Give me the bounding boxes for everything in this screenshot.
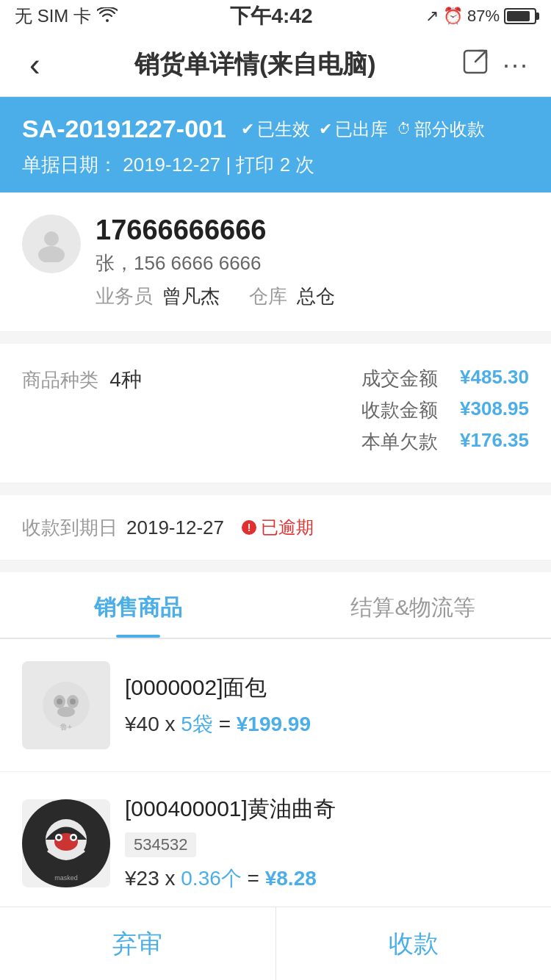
- status-time: 下午4:42: [230, 2, 312, 30]
- list-item: 鲁+ [0000002]面包 ¥40 x 5袋 = ¥199.99: [0, 639, 551, 772]
- customer-meta: 业务员 曾凡杰 仓库 总仓: [96, 284, 335, 309]
- owed-amount-row: 本单欠款 ¥176.35: [361, 429, 529, 455]
- avatar: [22, 215, 81, 273]
- tab-products[interactable]: 销售商品: [0, 572, 276, 638]
- status-right: ↗ ⏰ 87%: [425, 7, 536, 26]
- order-id: SA-20191227-001: [22, 115, 226, 143]
- badge-partial: ⏱ 部分收款: [397, 118, 485, 141]
- order-date-line: 单据日期： 2019-12-27 | 打印 2 次: [22, 152, 529, 178]
- svg-point-16: [72, 836, 76, 840]
- customer-name: 张，156 6666 6666: [96, 251, 335, 276]
- location-icon: ↗: [425, 7, 439, 26]
- abandon-review-button[interactable]: 弃审: [0, 907, 276, 980]
- product-price-1: ¥40 x 5袋 = ¥199.99: [125, 710, 529, 738]
- product-sku-badge: 534532: [125, 832, 529, 865]
- svg-text:masked: masked: [54, 874, 78, 882]
- svg-point-7: [70, 699, 76, 705]
- order-header: SA-20191227-001 ✔ 已生效 ✔ 已出库 ⏱ 部分收款 单据日期：…: [0, 97, 551, 192]
- collect-payment-button[interactable]: 收款: [276, 907, 552, 980]
- page-title: 销货单详情(来自电脑): [134, 48, 376, 82]
- summary-left: 商品种类 4种: [22, 366, 142, 394]
- order-badges: ✔ 已生效 ✔ 已出库 ⏱ 部分收款: [241, 118, 485, 141]
- svg-point-15: [57, 836, 61, 840]
- alarm-icon: ⏰: [443, 7, 463, 26]
- more-icon[interactable]: ···: [503, 49, 529, 80]
- summary-right: 成交金额 ¥485.30 收款金额 ¥308.95 本单欠款 ¥176.35: [361, 366, 529, 461]
- overdue-label: 已逾期: [261, 516, 314, 539]
- sales-person-value: 曾凡杰: [162, 285, 220, 307]
- badge-partial-label: 部分收款: [414, 118, 485, 141]
- received-amount-label: 收款金额: [361, 397, 438, 423]
- customer-section: 17666666666 张，156 6666 6666 业务员 曾凡杰 仓库 总…: [0, 192, 551, 332]
- summary-section: 商品种类 4种 成交金额 ¥485.30 收款金额 ¥308.95 本单欠款 ¥…: [0, 344, 551, 483]
- overdue-dot-icon: !: [242, 520, 256, 535]
- due-section: 收款到期日 2019-12-27 ! 已逾期: [0, 495, 551, 561]
- due-date: 2019-12-27: [126, 516, 224, 539]
- tabs-section: 销售商品 结算&物流等: [0, 572, 551, 639]
- due-label: 收款到期日: [22, 515, 118, 541]
- warehouse-value: 总仓: [297, 285, 335, 307]
- badge-activated-label: 已生效: [257, 118, 310, 141]
- battery-percent: 87%: [467, 7, 500, 26]
- order-print-count: 2: [280, 154, 290, 176]
- customer-phone: 17666666666: [96, 215, 335, 246]
- status-left: 无 SIM 卡: [15, 4, 118, 28]
- overdue-badge: ! 已逾期: [233, 513, 323, 542]
- tab-settlement[interactable]: 结算&物流等: [276, 572, 551, 638]
- owed-amount-value: ¥176.35: [460, 429, 529, 455]
- deal-amount-value: ¥485.30: [460, 366, 529, 392]
- product-types-label: 商品种类: [22, 369, 98, 391]
- badge-shipped-label: 已出库: [335, 118, 388, 141]
- svg-point-2: [38, 246, 65, 262]
- product-thumb-1: 鲁+: [22, 661, 110, 749]
- received-amount-row: 收款金额 ¥308.95: [361, 397, 529, 423]
- deal-amount-label: 成交金额: [361, 366, 438, 392]
- bottom-bar: 弃审 收款: [0, 907, 551, 980]
- order-print-suffix: 次: [295, 154, 314, 176]
- sales-person-meta: 业务员 曾凡杰: [96, 284, 220, 309]
- order-date-value: 2019-12-27: [123, 154, 220, 176]
- product-info-2: [000400001]黄油曲奇 534532 ¥23 x 0.36个 = ¥8.…: [125, 794, 529, 893]
- product-name-2: [000400001]黄油曲奇: [125, 794, 529, 824]
- badge-shipped: ✔ 已出库: [319, 118, 388, 141]
- order-print-label: | 打印: [226, 154, 274, 176]
- carrier-text: 无 SIM 卡: [15, 4, 91, 28]
- order-date-label: 单据日期：: [22, 154, 118, 176]
- tab-underline: [116, 635, 160, 638]
- customer-info: 17666666666 张，156 6666 6666 业务员 曾凡杰 仓库 总…: [96, 215, 335, 309]
- status-bar: 无 SIM 卡 下午4:42 ↗ ⏰ 87%: [0, 0, 551, 32]
- product-types-value: 4种: [109, 368, 142, 391]
- wifi-icon: [97, 6, 118, 26]
- product-thumb-2: masked: [22, 799, 110, 887]
- svg-point-6: [57, 699, 62, 705]
- svg-text:鲁+: 鲁+: [60, 723, 72, 731]
- product-name-1: [0000002]面包: [125, 673, 529, 703]
- warehouse-meta: 仓库 总仓: [249, 284, 335, 309]
- svg-point-3: [43, 682, 90, 729]
- share-icon[interactable]: [463, 49, 488, 79]
- product-info-1: [0000002]面包 ¥40 x 5袋 = ¥199.99: [125, 673, 529, 738]
- product-price-2: ¥23 x 0.36个 = ¥8.28: [125, 865, 529, 893]
- battery-icon: [504, 8, 536, 24]
- nav-bar: ‹ 销货单详情(来自电脑) ···: [0, 32, 551, 97]
- nav-actions: ···: [463, 49, 529, 80]
- deal-amount-row: 成交金额 ¥485.30: [361, 366, 529, 392]
- collect-payment-label: 收款: [389, 927, 439, 961]
- list-item: masked [000400001]黄油曲奇 534532 ¥23 x 0.36…: [0, 772, 551, 915]
- warehouse-label: 仓库: [249, 285, 287, 307]
- svg-point-1: [44, 231, 59, 246]
- back-button[interactable]: ‹: [22, 39, 48, 90]
- abandon-review-label: 弃审: [112, 927, 162, 961]
- sales-person-label: 业务员: [96, 285, 153, 307]
- svg-point-8: [57, 707, 75, 717]
- products-section: 鲁+ [0000002]面包 ¥40 x 5袋 = ¥199.99: [0, 639, 551, 915]
- received-amount-value: ¥308.95: [460, 397, 529, 423]
- badge-activated: ✔ 已生效: [241, 118, 310, 141]
- owed-amount-label: 本单欠款: [361, 429, 438, 455]
